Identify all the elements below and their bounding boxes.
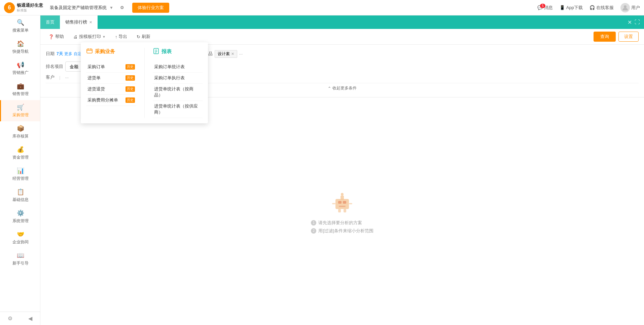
search-icon: 🔍 — [17, 19, 24, 26]
sidebar-item-base-info[interactable]: 📋 基础信息 — [0, 185, 40, 206]
sidebar-item-guide[interactable]: 📖 新手引导 — [0, 248, 40, 270]
dropdown-item-receipt-stat-supplier[interactable]: 进货单统计表（按供应商） — [153, 101, 203, 118]
sidebar-item-purchase[interactable]: 🛒 采购管理 — [0, 100, 40, 121]
sidebar: 🔍 搜索菜单 🏠 快捷导航 📢 营销推广 💼 销售管理 🛒 采购管理 📦 库存核… — [0, 15, 40, 325]
sidebar-item-system[interactable]: ⚙️ 系统管理 — [0, 206, 40, 227]
empty-tip-2: 2 用[过滤]条件来缩小分析范围 — [311, 228, 373, 234]
svg-rect-7 — [341, 196, 344, 200]
svg-rect-10 — [349, 203, 352, 204]
money-icon: 💰 — [17, 146, 24, 153]
goods-tag: 设计素 ✕ — [215, 50, 237, 58]
print-icon: 🖨 — [73, 34, 78, 39]
home-icon: 🏠 — [17, 40, 24, 47]
empty-tip-1: 1 请先选择要分析的方案 — [311, 220, 373, 226]
settings-button[interactable]: 设置 — [618, 32, 639, 42]
tip-num-2: 2 — [311, 228, 316, 234]
main-layout: 🔍 搜索菜单 🏠 快捷导航 📢 营销推广 💼 销售管理 🛒 采购管理 📦 库存核… — [0, 15, 644, 325]
online-service-item[interactable]: 🎧 在线客服 — [589, 5, 614, 11]
tab-bar: 首页 销售排行榜 ✕ ✕ ⛶ — [40, 15, 644, 29]
rank-label: 排名项目 — [46, 64, 63, 70]
sidebar-item-funds[interactable]: 💰 资金管理 — [0, 143, 40, 164]
svg-rect-5 — [343, 201, 346, 204]
goods-more[interactable]: ··· — [239, 51, 243, 56]
tab-bar-actions: ✕ ⛶ — [628, 19, 644, 26]
app-title: 装备及固定资产辅助管理系统 ▼ ⚙ 体验行业方案 — [50, 3, 169, 13]
filter-customer: 客户 | ··· — [46, 74, 69, 80]
svg-rect-3 — [335, 199, 349, 209]
cart-icon: 🛒 — [17, 104, 24, 111]
svg-rect-6 — [339, 206, 346, 207]
svg-rect-12 — [344, 209, 346, 212]
date-label: 日期 — [46, 51, 55, 57]
industry-button[interactable]: 体验行业方案 — [132, 3, 169, 13]
dropdown-item-purchase-stat[interactable]: 采购订单统计表 — [153, 62, 203, 73]
sidebar-item-operations[interactable]: 📊 经营管理 — [0, 164, 40, 185]
purchase-section-icon — [86, 48, 93, 55]
history-badge-0: 历史 — [126, 64, 135, 70]
tab-home[interactable]: 首页 — [40, 15, 60, 29]
dropdown-item-purchase-order[interactable]: 采购订单 历史 — [86, 62, 136, 73]
logo-text: 畅通通好生意 标准版 — [17, 3, 43, 13]
tip-text-1: 请先选择要分析的方案 — [318, 220, 362, 226]
tab-expand-button[interactable]: ⛶ — [635, 19, 640, 25]
message-item[interactable]: 💬 5 消息 — [537, 5, 553, 11]
dropdown-item-purchase-exec[interactable]: 采购订单执行表 — [153, 73, 203, 84]
sidebar-item-marketing[interactable]: 📢 营销推广 — [0, 58, 40, 79]
purchase-section-title: 采购业务 — [86, 48, 136, 57]
print-button[interactable]: 🖨 按模板打印 ▼ — [71, 32, 108, 41]
svg-point-8 — [341, 193, 344, 196]
refresh-button[interactable]: ↻ 刷新 — [134, 32, 153, 41]
phone-icon: 📱 — [560, 5, 565, 10]
shortcut-more[interactable]: 更多 — [64, 51, 72, 57]
chart-icon: 📊 — [17, 167, 24, 174]
title-dropdown-arrow[interactable]: ▼ — [109, 5, 113, 10]
sidebar-settings-button[interactable]: ⚙ — [8, 315, 12, 322]
help-icon: ❓ — [48, 34, 54, 39]
user-item[interactable]: 用户 — [620, 3, 640, 12]
app-download-item[interactable]: 📱 App下载 — [560, 5, 583, 11]
help-button[interactable]: ❓ 帮助 — [46, 32, 67, 41]
dropdown-item-return[interactable]: 进货退货 历史 — [86, 84, 136, 95]
sidebar-item-search[interactable]: 🔍 搜索菜单 — [0, 15, 40, 37]
svg-rect-13 — [87, 49, 92, 53]
sidebar-item-sales[interactable]: 💼 销售管理 — [0, 79, 40, 100]
dropdown-divider — [144, 48, 145, 118]
report-section-icon — [153, 48, 159, 55]
svg-rect-9 — [332, 203, 335, 204]
empty-state: 1 请先选择要分析的方案 2 用[过滤]条件来缩小分析范围 — [40, 97, 644, 325]
svg-rect-11 — [338, 209, 341, 212]
dropdown-item-receipt-stat-goods[interactable]: 进货单统计表（按商品） — [153, 84, 203, 101]
empty-tips: 1 请先选择要分析的方案 2 用[过滤]条件来缩小分析范围 — [311, 220, 373, 234]
toolbar-right: 查询 设置 — [594, 32, 639, 42]
svg-text:6: 6 — [8, 5, 11, 10]
dropdown-item-receipt[interactable]: 进货单 历史 — [86, 73, 136, 84]
filter-goods: 商品 设计素 ✕ ··· — [204, 50, 243, 58]
purchase-dropdown-menu: 采购业务 采购订单 历史 进货单 历史 进货退货 历史 — [81, 42, 208, 123]
tip-text-2: 用[过滤]条件来缩小分析范围 — [318, 228, 373, 234]
user-avatar — [620, 3, 630, 12]
app-settings-button[interactable]: ⚙ — [117, 3, 127, 12]
briefcase-icon: 💼 — [17, 82, 24, 90]
box-icon: 📦 — [17, 125, 24, 132]
dropdown-item-expense[interactable]: 采购费用分摊单 历史 — [86, 95, 136, 106]
customer-more[interactable]: ··· — [65, 75, 69, 80]
tab-close-all-button[interactable]: ✕ — [628, 19, 632, 26]
svg-point-2 — [624, 5, 627, 8]
sidebar-item-inventory[interactable]: 📦 库存核算 — [0, 121, 40, 143]
tab-close-button[interactable]: ✕ — [89, 20, 92, 25]
query-button[interactable]: 查询 — [594, 32, 616, 42]
logo-area: 6 畅通通好生意 标准版 — [4, 2, 44, 13]
goods-tag-close[interactable]: ✕ — [231, 52, 234, 56]
list-icon: 📋 — [17, 188, 24, 196]
export-button[interactable]: ↑ 导出 — [112, 32, 130, 41]
top-header: 6 畅通通好生意 标准版 装备及固定资产辅助管理系统 ▼ ⚙ 体验行业方案 💬 … — [0, 0, 644, 15]
history-badge-2: 历史 — [126, 86, 135, 92]
tab-sales-rank[interactable]: 销售排行榜 ✕ — [60, 15, 98, 29]
history-badge-1: 历史 — [126, 75, 135, 81]
sidebar-item-quick-nav[interactable]: 🏠 快捷导航 — [0, 37, 40, 58]
book-icon: 📖 — [17, 252, 24, 259]
sidebar-item-enterprise[interactable]: 🤝 企业协同 — [0, 227, 40, 248]
sidebar-collapse-button[interactable]: ◀ — [28, 315, 32, 322]
shortcut-7days[interactable]: 7天 — [57, 51, 63, 57]
print-dropdown-arrow[interactable]: ▼ — [102, 35, 106, 39]
